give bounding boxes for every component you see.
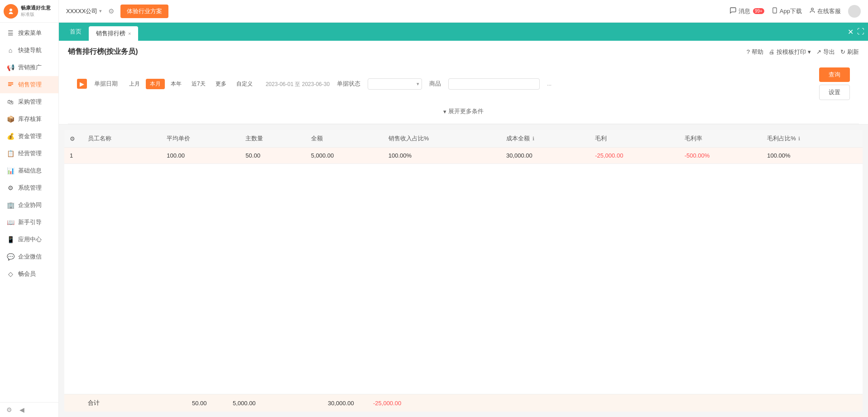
finance-icon: 💰 bbox=[6, 133, 14, 140]
sidebar-item-apps[interactable]: 📱 应用中心 bbox=[0, 231, 58, 248]
sidebar-item-member[interactable]: ◇ 畅会员 bbox=[0, 265, 58, 283]
table-row: 1 100.00 50.00 5,000.00 100.00% 30,000.0… bbox=[64, 148, 863, 164]
sidebar-label-marketing: 营销推广 bbox=[18, 63, 42, 72]
online-service-button[interactable]: 在线客服 bbox=[809, 7, 841, 15]
export-button[interactable]: ↗ 导出 bbox=[816, 48, 835, 56]
table-header-row: ⚙ 员工名称 平均单价 主数量 全额 销售收入占比% 成本全额 ℹ bbox=[64, 130, 863, 148]
sidebar-item-enterprise[interactable]: 🏢 企业协同 bbox=[0, 197, 58, 214]
filter-expand-icon[interactable]: ▶ bbox=[77, 79, 87, 89]
settings-footer-icon[interactable]: ⚙ bbox=[6, 406, 12, 413]
svg-rect-2 bbox=[8, 84, 13, 85]
expand-conditions-button[interactable]: ▾ 展开更多条件 bbox=[443, 107, 484, 115]
sidebar-item-inventory[interactable]: 📦 库存核算 bbox=[0, 110, 58, 128]
page-title-row: 销售排行榜(按业务员) ? 帮助 🖨 按模板打印 ▾ ↗ 导出 bbox=[68, 47, 859, 57]
goods-input[interactable] bbox=[448, 78, 540, 90]
logo-icon bbox=[4, 4, 18, 19]
trial-button[interactable]: 体验行业方案 bbox=[120, 5, 168, 18]
filter-area: ▶ 单据日期 上月 本月 本年 近7天 更多 自定义 2023-06-01 至 … bbox=[68, 62, 859, 124]
tab-expand-icon[interactable]: ⛶ bbox=[857, 28, 864, 36]
basic-icon: 📊 bbox=[6, 167, 14, 174]
sidebar-label-member: 畅会员 bbox=[18, 270, 36, 278]
app-download-label: App下载 bbox=[780, 7, 802, 15]
settings-button[interactable]: 设置 bbox=[819, 85, 850, 100]
message-icon bbox=[729, 7, 737, 15]
refresh-button[interactable]: ↻ 刷新 bbox=[840, 48, 859, 56]
td-sales-pct: 100.00% bbox=[383, 148, 501, 164]
th-sales-pct: 销售收入占比% bbox=[383, 130, 501, 148]
status-filter-label: 单据状态 bbox=[337, 80, 360, 88]
status-select[interactable] bbox=[368, 78, 422, 90]
svg-point-6 bbox=[811, 8, 814, 10]
company-selector[interactable]: XXXXX公司 ▾ bbox=[66, 7, 102, 15]
tab-home[interactable]: 首页 bbox=[62, 23, 89, 41]
topbar-gear-icon[interactable]: ⚙ bbox=[108, 7, 114, 15]
data-table: ⚙ 员工名称 平均单价 主数量 全额 销售收入占比% 成本全额 ℹ bbox=[64, 130, 863, 164]
table-area: ⚙ 员工名称 平均单价 主数量 全额 销售收入占比% 成本全额 ℹ bbox=[64, 130, 863, 412]
company-name: XXXXX公司 bbox=[66, 7, 97, 15]
column-settings-icon[interactable]: ⚙ bbox=[70, 135, 75, 142]
profit-pct-info-icon[interactable]: ℹ bbox=[798, 136, 800, 142]
sidebar-item-guide[interactable]: 📖 新手引导 bbox=[0, 214, 58, 231]
member-icon: ◇ bbox=[6, 270, 14, 278]
guide-icon: 📖 bbox=[6, 219, 14, 226]
logo-sub: 标准版 bbox=[21, 11, 51, 18]
cost-info-icon[interactable]: ℹ bbox=[532, 136, 534, 142]
sidebar-nav: ☰ 搜索菜单 ⌂ 快捷导航 📢 营销推广 销售管理 🛍 采购管理 📦 库存核算 … bbox=[0, 23, 58, 402]
page-header: 销售排行榜(按业务员) ? 帮助 🖨 按模板打印 ▾ ↗ 导出 bbox=[59, 41, 868, 125]
sidebar-item-wechat[interactable]: 💬 企业微信 bbox=[0, 248, 58, 265]
th-settings: ⚙ bbox=[64, 130, 82, 148]
tabbar: 首页 销售排行榜 × ✕ ⛶ bbox=[59, 23, 868, 41]
date-tab-7days[interactable]: 近7天 bbox=[187, 79, 210, 89]
tab-close-window-icon[interactable]: ✕ bbox=[848, 28, 854, 36]
online-service-label: 在线客服 bbox=[817, 7, 841, 15]
user-avatar[interactable] bbox=[848, 5, 861, 18]
page-content: 销售排行榜(按业务员) ? 帮助 🖨 按模板打印 ▾ ↗ 导出 bbox=[59, 41, 868, 417]
td-index: 1 bbox=[64, 148, 82, 164]
marketing-icon: 📢 bbox=[6, 64, 14, 71]
sales-icon bbox=[6, 81, 14, 89]
th-profit-pct: 毛利占比% ℹ bbox=[762, 130, 863, 148]
topbar: XXXXX公司 ▾ ⚙ 体验行业方案 消息 99+ App下载 bbox=[59, 0, 868, 23]
sidebar-item-marketing[interactable]: 📢 营销推广 bbox=[0, 59, 58, 76]
page-title: 销售排行榜(按业务员) bbox=[68, 47, 138, 57]
sidebar-label-basic: 基础信息 bbox=[18, 167, 42, 175]
home-icon: ⌂ bbox=[6, 47, 14, 54]
sidebar-item-quick-nav[interactable]: ⌂ 快捷导航 bbox=[0, 42, 58, 59]
sidebar-label-search: 搜索菜单 bbox=[18, 29, 42, 37]
sidebar-item-system[interactable]: ⚙ 系统管理 bbox=[0, 179, 58, 197]
tab-sales-ranking[interactable]: 销售排行榜 × bbox=[89, 26, 138, 41]
message-button[interactable]: 消息 99+ bbox=[729, 7, 764, 15]
app-download-button[interactable]: App下载 bbox=[772, 7, 802, 15]
goods-more-btn[interactable]: ... bbox=[547, 81, 551, 87]
help-button[interactable]: ? 帮助 bbox=[747, 48, 763, 56]
collapse-sidebar-icon[interactable]: ◀ bbox=[19, 406, 24, 413]
enterprise-icon: 🏢 bbox=[6, 201, 14, 209]
sidebar-item-basic[interactable]: 📊 基础信息 bbox=[0, 162, 58, 179]
tab-close-icon[interactable]: × bbox=[128, 31, 131, 36]
sidebar-item-finance[interactable]: 💰 资金管理 bbox=[0, 128, 58, 145]
inventory-icon: 📦 bbox=[6, 115, 14, 123]
sidebar-label-enterprise: 企业协同 bbox=[18, 201, 42, 209]
sidebar-label-purchase: 采购管理 bbox=[18, 98, 42, 106]
date-tab-last-month[interactable]: 上月 bbox=[125, 79, 144, 89]
sidebar-item-operations[interactable]: 📋 经营管理 bbox=[0, 145, 58, 162]
sidebar-footer: ⚙ ◀ bbox=[0, 402, 58, 417]
sidebar-item-purchase[interactable]: 🛍 采购管理 bbox=[0, 93, 58, 110]
help-label: 帮助 bbox=[752, 48, 763, 56]
sidebar-label-guide: 新手引导 bbox=[18, 218, 42, 226]
template-print-button[interactable]: 🖨 按模板打印 ▾ bbox=[769, 48, 811, 56]
sidebar-item-search[interactable]: ☰ 搜索菜单 bbox=[0, 24, 58, 42]
sidebar-item-sales[interactable]: 销售管理 bbox=[0, 76, 58, 93]
tabbar-right: ✕ ⛶ bbox=[848, 28, 864, 36]
date-tab-this-year[interactable]: 本年 bbox=[167, 79, 186, 89]
logo-text: 畅康通好生意 bbox=[21, 5, 51, 11]
date-tab-more[interactable]: 更多 bbox=[211, 79, 230, 89]
date-tab-this-month[interactable]: 本月 bbox=[146, 79, 165, 89]
chevron-down-icon: ▾ bbox=[443, 108, 446, 115]
table-scroll[interactable]: ⚙ 员工名称 平均单价 主数量 全额 销售收入占比% 成本全额 ℹ bbox=[64, 130, 863, 394]
query-button[interactable]: 查询 bbox=[819, 67, 850, 82]
expand-row: ▾ 展开更多条件 bbox=[77, 105, 850, 118]
help-icon: ? bbox=[747, 48, 750, 55]
date-tab-custom[interactable]: 自定义 bbox=[232, 79, 257, 89]
sidebar-label-inventory: 库存核算 bbox=[18, 115, 42, 123]
